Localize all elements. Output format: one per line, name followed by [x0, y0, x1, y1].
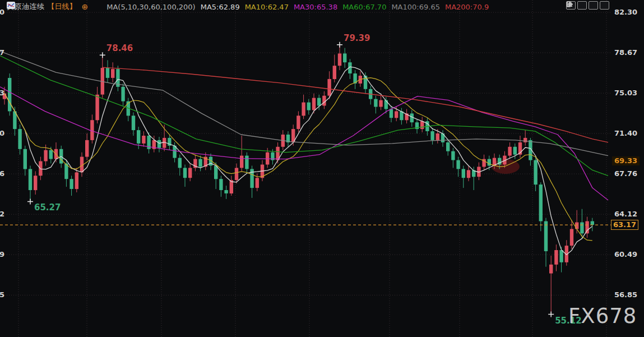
add-compare-icon[interactable]: ⊕	[82, 3, 89, 11]
y-axis-price-label: 75.03	[614, 89, 637, 97]
collapse-panel-button[interactable]	[600, 1, 609, 10]
y-axis-price-label-left-clipped: 67.76	[0, 170, 4, 178]
y-axis-price-label-left-clipped: 78.67	[0, 49, 4, 57]
ma-group-label: MA(5,10,30,60,100,200)	[106, 3, 195, 11]
current-price-badge: 63.17	[611, 220, 638, 230]
y-axis-price-label-left-clipped: 75.03	[0, 89, 4, 97]
scale-left-button[interactable]	[577, 1, 587, 10]
y-axis-price-label: 56.85	[614, 291, 637, 299]
ma30-value: MA30:65.38	[294, 3, 337, 11]
chart-toolbar	[566, 1, 609, 10]
interval-label: 【日线】	[48, 2, 77, 12]
ma5-value: MA5:62.89	[201, 3, 240, 11]
y-axis-price-label: 64.12	[614, 210, 637, 218]
y-axis-price-label-left-clipped: 82.30	[0, 8, 4, 16]
y-axis-price-label: 82.30	[614, 8, 637, 16]
svg-text:78.46: 78.46	[106, 43, 133, 53]
y-axis-price-label: 67.76	[614, 170, 637, 178]
trading-chart-window: 78.4679.3965.2755.12 美原油连续【日线】 ⊕ MA(5,10…	[0, 0, 644, 337]
y-axis-price-label-left-clipped: 64.12	[0, 210, 4, 218]
mini-chart-icon[interactable]	[93, 3, 101, 11]
svg-text:65.27: 65.27	[34, 202, 61, 213]
y-axis-price-label-left-clipped: 71.40	[0, 130, 4, 137]
scale-right-button[interactable]	[589, 1, 598, 10]
ma10-value: MA10:62.47	[245, 3, 289, 11]
svg-text:79.39: 79.39	[344, 33, 370, 43]
y-axis-price-label-left-clipped: 60.49	[0, 251, 4, 258]
y-axis-price-label: 78.67	[614, 49, 637, 57]
y-axis-price-label: 71.40	[614, 130, 637, 137]
ma100-value: MA100:69.65	[391, 3, 440, 11]
price-chart-canvas[interactable]: 78.4679.3965.2755.12	[0, 0, 644, 337]
reference-price-badge: 69.33	[612, 156, 640, 165]
y-axis-price-label: 60.49	[614, 251, 637, 258]
y-axis-price-label-left-clipped: 56.85	[0, 291, 4, 299]
ma200-value: MA200:70.9	[445, 3, 489, 11]
ma60-value: MA60:67.70	[342, 3, 386, 11]
watermark-fx678: FX678	[568, 304, 637, 328]
chart-header: 美原油连续【日线】 ⊕ MA(5,10,30,60,100,200) MA5:6…	[7, 2, 489, 12]
